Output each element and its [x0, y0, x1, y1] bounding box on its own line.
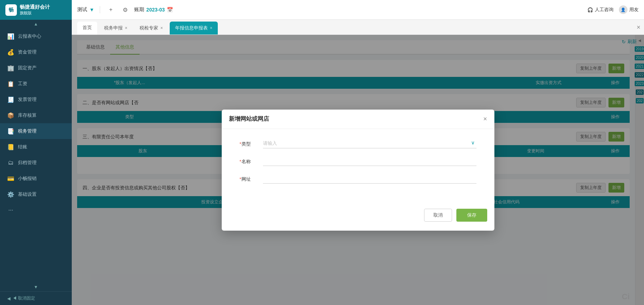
sidebar-item-label: 发票管理 — [18, 96, 37, 103]
sidebar-item-label: 固定资产 — [18, 65, 37, 71]
url-label: *网址 — [240, 176, 258, 182]
dialog-overlay: 新增网站或网店 × *类型 ∨ — [72, 35, 644, 305]
accounting-icon: 📒 — [7, 143, 14, 151]
form-row-url: *网址 — [240, 175, 476, 184]
tab-tax-report[interactable]: 税务申报 × — [99, 22, 133, 34]
topbar-separator — [100, 6, 100, 13]
sidebar-item-more[interactable]: ··· — [0, 202, 72, 218]
content-area: 基础信息 其他信息 ↻ 刷新 一、股东（发起人）出资情况【否】 — [72, 35, 644, 305]
sidebar-item-label: 归档管理 — [18, 160, 37, 166]
dialog-title: 新增网站或网店 — [229, 115, 269, 123]
settings-button[interactable]: ⚙ — [120, 4, 131, 15]
period-display: 账期 2023-03 📅 — [134, 6, 173, 13]
sidebar-item-label: 小畅报销 — [18, 175, 37, 182]
sidebar-item-accounting[interactable]: 📒 结账 — [0, 139, 72, 155]
tab-annual-report-label: 年报信息申报表 — [175, 25, 208, 31]
headset-icon: 🎧 — [587, 7, 593, 13]
sidebar-item-fixed-assets[interactable]: 🏢 固定资产 — [0, 60, 72, 76]
sidebar-unpin-btn[interactable]: ◀ ◀ 取消固定 — [0, 291, 72, 305]
user-icon: 👤 — [619, 5, 627, 14]
sidebar-item-cloud-report[interactable]: 📊 云报表中心 — [0, 28, 72, 44]
sidebar-item-payroll[interactable]: 📋 工资 — [0, 76, 72, 92]
form-row-type: *类型 ∨ — [240, 140, 476, 148]
main-area: 测试 ▼ + ⚙ 账期 2023-03 📅 🎧 人工咨询 � — [72, 0, 644, 305]
app-subtitle: 旗舰版 — [20, 10, 50, 16]
tax-icon: 📑 — [7, 128, 14, 135]
tab-tax-inspect[interactable]: 税检专家 × — [134, 22, 168, 34]
sidebar-item-label: 云报表中心 — [18, 33, 41, 40]
cancel-button[interactable]: 取消 — [424, 209, 452, 222]
window-close-btn[interactable]: × — [636, 23, 640, 31]
calendar-icon[interactable]: 📅 — [167, 7, 173, 13]
required-marker: * — [240, 141, 241, 147]
form-row-name: *名称 — [240, 157, 476, 166]
service-button[interactable]: 🎧 人工咨询 — [587, 6, 614, 13]
topbar: 测试 ▼ + ⚙ 账期 2023-03 📅 🎧 人工咨询 � — [72, 0, 644, 20]
save-button[interactable]: 保存 — [456, 209, 487, 222]
sidebar-item-label: 基础设置 — [18, 191, 37, 198]
cloud-report-icon: 📊 — [7, 33, 14, 40]
user-menu[interactable]: 👤 用友 — [619, 5, 639, 14]
unpin-icon: ◀ — [7, 296, 10, 301]
more-icon: ··· — [7, 207, 14, 214]
sidebar-item-label: 税务管理 — [18, 128, 37, 134]
sidebar-item-tax[interactable]: 📑 税务管理 — [0, 123, 72, 139]
invoice-icon: 🧾 — [7, 96, 14, 103]
tab-home-label: 首页 — [83, 24, 92, 31]
sidebar-item-fund-mgmt[interactable]: 💰 资金管理 — [0, 44, 72, 60]
payroll-icon: 📋 — [7, 80, 14, 87]
app-logo: 畅 畅捷通好会计 旗舰版 — [0, 0, 72, 20]
sidebar-item-small-report[interactable]: 💳 小畅报销 — [0, 171, 72, 186]
tab-tax-inspect-close[interactable]: × — [160, 26, 163, 31]
sidebar-item-label: 工资 — [18, 80, 27, 87]
period-label: 账期 — [134, 6, 144, 13]
type-input[interactable] — [263, 140, 476, 147]
settings-icon: ⚙️ — [7, 191, 14, 198]
archive-icon: 🗂 — [7, 159, 14, 166]
sidebar-item-inventory[interactable]: 📦 库存核算 — [0, 107, 72, 123]
tab-home[interactable]: 首页 — [77, 22, 97, 34]
required-marker2: * — [240, 159, 241, 164]
dialog-footer: 取消 保存 — [222, 203, 494, 231]
dialog-body: *类型 ∨ *名称 — [222, 129, 494, 203]
sidebar-item-label: 结账 — [18, 144, 27, 150]
tab-annual-report[interactable]: 年报信息申报表 × — [170, 22, 218, 34]
sidebar-item-label: 资金管理 — [18, 49, 37, 55]
type-dropdown-icon: ∨ — [471, 140, 475, 145]
name-input[interactable] — [263, 157, 476, 164]
type-label: *类型 — [240, 141, 258, 147]
company-selector[interactable]: 测试 ▼ — [77, 6, 94, 13]
dialog-header: 新增网站或网店 × — [222, 110, 494, 129]
sidebar-item-invoice[interactable]: 🧾 发票管理 — [0, 92, 72, 107]
tab-tax-inspect-label: 税检专家 — [140, 25, 158, 31]
sidebar-scroll-up[interactable]: ▲ — [0, 20, 72, 28]
sidebar-item-archive[interactable]: 🗂 归档管理 — [0, 155, 72, 171]
company-dropdown-icon: ▼ — [89, 7, 94, 13]
logo-icon: 畅 — [5, 4, 17, 16]
name-label: *名称 — [240, 158, 258, 165]
sidebar-scroll-down[interactable]: ▼ — [0, 283, 72, 291]
inventory-icon: 📦 — [7, 112, 14, 119]
small-report-icon: 💳 — [7, 175, 14, 182]
add-button[interactable]: + — [105, 4, 116, 15]
name-input-wrap — [263, 157, 476, 166]
company-name: 测试 — [77, 6, 87, 13]
sidebar-item-label: 库存核算 — [18, 112, 37, 119]
period-value: 2023-03 — [146, 7, 165, 13]
fixed-assets-icon: 🏢 — [7, 64, 14, 71]
sidebar-nav: 📊 云报表中心 💰 资金管理 🏢 固定资产 📋 工资 🧾 发票管理 📦 — [0, 28, 72, 283]
required-marker3: * — [240, 176, 241, 182]
tabbar: 首页 税务申报 × 税检专家 × 年报信息申报表 × × — [72, 20, 644, 35]
url-input[interactable] — [263, 175, 476, 182]
sidebar-item-settings[interactable]: ⚙️ 基础设置 — [0, 186, 72, 202]
add-website-dialog: 新增网站或网店 × *类型 ∨ — [222, 110, 494, 231]
app-title: 畅捷通好会计 — [20, 4, 50, 10]
sidebar: 畅 畅捷通好会计 旗舰版 ▲ 📊 云报表中心 💰 资金管理 🏢 固定资产 📋 — [0, 0, 72, 305]
tab-tax-report-label: 税务申报 — [104, 25, 123, 31]
tab-tax-report-close[interactable]: × — [125, 26, 127, 31]
dialog-close-btn[interactable]: × — [483, 115, 487, 123]
fund-icon: 💰 — [7, 48, 14, 56]
type-input-wrap: ∨ — [263, 140, 476, 148]
tab-annual-report-close[interactable]: × — [210, 26, 212, 31]
topbar-right: 🎧 人工咨询 👤 用友 — [587, 5, 639, 14]
